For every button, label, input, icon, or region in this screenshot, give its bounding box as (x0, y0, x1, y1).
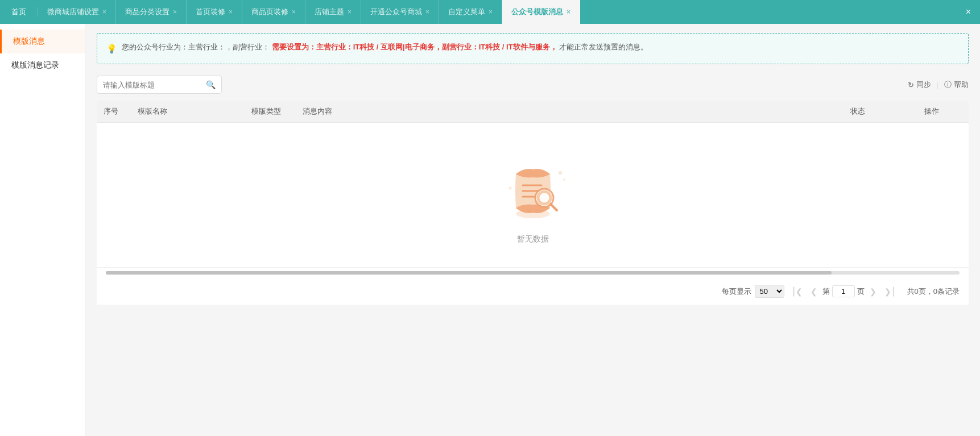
sync-button[interactable]: ↻ 同步 (908, 80, 931, 90)
notice-text: 您的公众号行业为：主营行业：，副营行业： 需要设置为：主营行业：IT科技 / 互… (122, 41, 648, 53)
sidebar-item-label-0: 模版消息 (13, 36, 45, 45)
col-action: 操作 (917, 101, 969, 123)
scrollbar-area (97, 267, 969, 278)
sidebar-item-template-msg-log[interactable]: 模版消息记录 (0, 53, 85, 77)
tab-product-decor[interactable]: 商品页装修 × (242, 0, 305, 24)
notice-banner: 💡 您的公众号行业为：主营行业：，副营行业： 需要设置为：主营行业：IT科技 /… (97, 33, 969, 64)
main-layout: 模版消息 模版消息记录 💡 您的公众号行业为：主营行业：，副营行业： 需要设置为… (0, 24, 980, 436)
tab-label-2: 商品分类设置 (125, 7, 169, 17)
tab-close-7[interactable]: × (489, 8, 493, 16)
col-name: 模版名称 (131, 101, 245, 123)
svg-point-8 (563, 178, 565, 181)
search-actions: ↻ 同步 | ⓘ 帮助 (908, 80, 969, 90)
sidebar-item-label-1: 模版消息记录 (11, 60, 59, 69)
svg-point-7 (559, 171, 562, 175)
page-size-section: 每页显示 50 20 100 (722, 285, 784, 298)
page-label: 第 (822, 286, 830, 297)
empty-state: 暂无数据 (97, 123, 969, 267)
tab-label-3: 首页装修 (196, 7, 225, 17)
next-page-button[interactable]: ❯ (867, 286, 879, 297)
data-table: 序号 模版名称 模版类型 消息内容 状态 操作 (97, 101, 969, 123)
tab-label-4: 商品页装修 (251, 7, 288, 17)
tab-label-7: 自定义菜单 (448, 7, 485, 17)
svg-point-9 (508, 187, 511, 190)
tab-label-6: 开通公众号商城 (370, 7, 422, 17)
tab-close-6[interactable]: × (425, 8, 429, 16)
tab-label-1: 微商城店铺设置 (47, 7, 99, 17)
search-input-wrap: 🔍 (97, 76, 222, 94)
tab-home[interactable]: 首页 (0, 7, 38, 17)
scrollbar-thumb[interactable] (106, 271, 832, 275)
sidebar: 模版消息 模版消息记录 (0, 24, 85, 436)
col-status: 状态 (843, 101, 917, 123)
divider: | (937, 81, 938, 89)
per-page-select[interactable]: 50 20 100 (755, 285, 784, 298)
col-type: 模版类型 (245, 101, 296, 123)
tab-close-8[interactable]: × (567, 8, 570, 16)
notice-prefix: 您的公众号行业为：主营行业：，副营行业： (122, 43, 270, 51)
tab-home-decor[interactable]: 首页装修 × (187, 0, 242, 24)
close-all-tabs-button[interactable]: × (957, 7, 980, 17)
search-bar: 🔍 ↻ 同步 | ⓘ 帮助 (97, 76, 969, 94)
last-page-button[interactable]: ❯⎮ (882, 286, 898, 297)
help-button[interactable]: ⓘ 帮助 (944, 80, 969, 90)
tab-close-4[interactable]: × (292, 8, 296, 16)
pagination: 每页显示 50 20 100 ⎮❮ ❮ 第 页 ❯ ❯⎮ 共0页，0条记录 (97, 278, 969, 305)
empty-state-icon (499, 157, 567, 225)
sync-label: 同步 (916, 80, 931, 90)
notice-highlight: 需要设置为：主营行业：IT科技 / 互联网|电子商务，副营行业：IT科技 / I… (272, 43, 557, 51)
page-navigation: ⎮❮ ❮ 第 页 ❯ ❯⎮ (789, 285, 898, 297)
first-page-button[interactable]: ⎮❮ (789, 286, 805, 297)
page-unit: 页 (857, 286, 865, 297)
tab-label-5: 店铺主题 (315, 7, 344, 17)
tab-custom-menu[interactable]: 自定义菜单 × (439, 0, 502, 24)
tab-open-wechat-mall[interactable]: 开通公众号商城 × (361, 0, 439, 24)
help-icon: ⓘ (944, 80, 952, 90)
tab-category[interactable]: 商品分类设置 × (116, 0, 187, 24)
tab-wechat-store[interactable]: 微商城店铺设置 × (38, 0, 116, 24)
prev-page-button[interactable]: ❮ (808, 286, 820, 297)
notice-suffix: 才能正常发送预置的消息。 (559, 43, 648, 51)
svg-line-6 (551, 204, 557, 210)
tab-bar: 首页 微商城店铺设置 × 商品分类设置 × 首页装修 × 商品页装修 × 店铺主… (0, 0, 980, 24)
col-index: 序号 (97, 101, 131, 123)
search-input[interactable] (103, 81, 206, 89)
page-input[interactable] (832, 285, 855, 297)
content-area: 💡 您的公众号行业为：主营行业：，副营行业： 需要设置为：主营行业：IT科技 /… (85, 24, 980, 436)
tab-store-theme[interactable]: 店铺主题 × (305, 0, 361, 24)
col-content: 消息内容 (296, 101, 843, 123)
tab-close-1[interactable]: × (102, 8, 106, 16)
total-records-text: 共0页，0条记录 (907, 286, 960, 297)
tab-template-msg[interactable]: 公众号模版消息 × (502, 0, 580, 24)
tab-close-5[interactable]: × (348, 8, 352, 16)
tab-close-2[interactable]: × (173, 8, 177, 16)
table-header-row: 序号 模版名称 模版类型 消息内容 状态 操作 (97, 101, 969, 123)
tab-label-8: 公众号模版消息 (511, 7, 563, 17)
empty-text: 暂无数据 (517, 234, 549, 244)
sidebar-item-template-msg[interactable]: 模版消息 (0, 30, 85, 53)
notice-icon: 💡 (106, 42, 117, 56)
tab-home-label: 首页 (11, 7, 26, 16)
sync-icon: ↻ (908, 81, 914, 89)
tab-close-3[interactable]: × (229, 8, 233, 16)
search-button[interactable]: 🔍 (206, 80, 216, 89)
per-page-label: 每页显示 (722, 286, 751, 297)
help-label: 帮助 (954, 80, 969, 90)
scrollbar-track[interactable] (106, 271, 960, 275)
